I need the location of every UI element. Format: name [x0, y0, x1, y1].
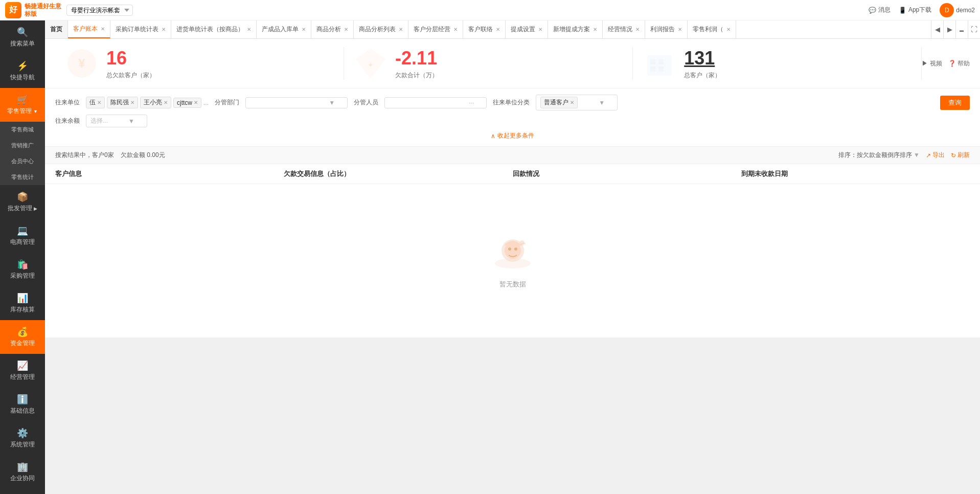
- tab-close-icon[interactable]: ✕: [162, 27, 166, 32]
- tab-close-icon[interactable]: ✕: [538, 27, 542, 32]
- account-select[interactable]: 母婴行业演示帐套: [66, 5, 133, 16]
- svg-rect-4: [647, 55, 672, 76]
- tag-close-cjttcw[interactable]: ✕: [194, 100, 198, 105]
- dropdown-icon: ▼: [599, 99, 605, 106]
- sidebar-item-batch[interactable]: 📦 批发管理 ▶: [0, 185, 45, 219]
- sidebar-item-label: 库存核算: [0, 305, 45, 314]
- sidebar-item-inventory[interactable]: 📊 库存核算: [0, 286, 45, 320]
- search-icon: 🔍: [0, 27, 45, 38]
- main-layout: 🔍 搜索菜单 ⚡ 快捷导航 🛒 零售管理 ▼ 零售商城 营销推广 会: [0, 20, 980, 494]
- chevron-down-icon: ▼: [914, 151, 920, 159]
- base-info-icon: ℹ️: [0, 394, 45, 405]
- sidebar-item-retail-mall[interactable]: 零售商城: [0, 122, 45, 138]
- sidebar-item-retail[interactable]: 🛒 零售管理 ▼: [0, 88, 45, 122]
- tab-label: 客户账本: [73, 25, 98, 33]
- filter-tag-wang: 王小亮 ✕: [140, 97, 171, 108]
- tab-product-analysis[interactable]: 商品分析 ✕: [311, 20, 354, 38]
- help-icon: ❓: [948, 60, 958, 67]
- tab-close-icon[interactable]: ✕: [302, 27, 306, 32]
- tab-close-icon[interactable]: ✕: [247, 27, 251, 32]
- sidebar-item-member[interactable]: 会员中心: [0, 153, 45, 169]
- remainder-select[interactable]: 选择... ▼: [86, 115, 147, 127]
- sidebar-item-new-guide[interactable]: 🎓 新手引导: [0, 489, 45, 494]
- refresh-btn[interactable]: ↻ 刷新: [951, 151, 970, 160]
- sidebar-item-retail-stats[interactable]: 零售统计: [0, 169, 45, 185]
- tag-close-wu[interactable]: ✕: [97, 100, 101, 105]
- stat-value-debt: -2.11: [395, 48, 438, 69]
- sidebar-item-finance[interactable]: 💰 资金管理: [0, 320, 45, 354]
- tab-customer-layer[interactable]: 客户分层经营 ✕: [408, 20, 463, 38]
- content-area: 首页 客户账本 ✕ 采购订单统计表 ✕ 进货单统计表（按商品） ✕: [45, 20, 980, 494]
- tab-close-icon[interactable]: ✕: [453, 27, 458, 32]
- tab-purchase-stats[interactable]: 进货单统计表（按商品） ✕: [171, 20, 257, 38]
- tag-close-chen[interactable]: ✕: [130, 100, 134, 105]
- message-btn[interactable]: 💬 消息: [869, 6, 891, 14]
- sidebar-item-marketing[interactable]: 营销推广: [0, 138, 45, 153]
- tab-minimize-btn[interactable]: 🗕: [955, 20, 968, 39]
- search-btn[interactable]: 查询: [940, 96, 970, 110]
- category-select[interactable]: 普通客户 ✕ ▼: [536, 95, 618, 110]
- department-select[interactable]: ▼: [245, 97, 348, 108]
- category-tag-normal: 普通客户 ✕: [540, 97, 578, 108]
- filter-row-1: 往来单位 伍 ✕ 陈民强 ✕ 王小亮: [55, 95, 970, 110]
- user-area[interactable]: D demo2: [940, 3, 975, 17]
- tab-cost-storage[interactable]: 产成品入库单 ✕: [257, 20, 311, 38]
- tab-close-icon[interactable]: ✕: [496, 27, 500, 32]
- filter-more-btn[interactable]: ...: [203, 99, 209, 106]
- batch-icon: 📦: [0, 191, 45, 203]
- collapse-btn[interactable]: ∧ 收起更多条件: [491, 131, 534, 140]
- sidebar-item-ecommerce[interactable]: 💻 电商管理: [0, 219, 45, 253]
- tab-label: 提成设置: [511, 25, 535, 34]
- tab-close-icon[interactable]: ✕: [593, 27, 597, 32]
- tab-new-boost[interactable]: 新增提成方案 ✕: [548, 20, 603, 38]
- ecommerce-icon: 💻: [0, 225, 45, 236]
- tab-profit-report[interactable]: 利润报告 ✕: [645, 20, 688, 38]
- tab-prev-btn[interactable]: ◀: [931, 20, 943, 39]
- diamond-icon: ✦: [354, 47, 387, 80]
- sidebar-item-purchase[interactable]: 🛍️ 采购管理: [0, 253, 45, 286]
- sidebar-item-quick-nav[interactable]: ⚡ 快捷导航: [0, 54, 45, 88]
- enterprise-icon: 🏢: [0, 461, 45, 473]
- tab-close-icon[interactable]: ✕: [678, 27, 682, 32]
- sidebar-item-search[interactable]: 🔍 搜索菜单: [0, 20, 45, 54]
- download-btn[interactable]: 📱 App下载: [899, 6, 931, 14]
- person-select[interactable]: ···: [384, 97, 487, 108]
- tab-close-icon[interactable]: ✕: [399, 27, 403, 32]
- page-content: ¥ 16 总欠款客户（家） ✦: [45, 39, 980, 494]
- export-btn[interactable]: ↗ 导出: [926, 151, 945, 160]
- tab-close-icon[interactable]: ✕: [344, 27, 348, 32]
- minimize-icon: 🗕: [959, 26, 965, 33]
- sidebar-item-label: 零售管理: [7, 107, 32, 116]
- sidebar-item-label: 批发管理: [8, 204, 32, 213]
- sidebar-item-enterprise[interactable]: 🏢 企业协同: [0, 455, 45, 489]
- unit-tags: 伍 ✕ 陈民强 ✕ 王小亮 ✕: [86, 97, 209, 108]
- sidebar-item-system[interactable]: ⚙️ 系统管理: [0, 421, 45, 455]
- tab-next-btn[interactable]: ▶: [943, 20, 955, 39]
- svg-text:¥: ¥: [78, 56, 85, 70]
- tag-close-wang[interactable]: ✕: [164, 100, 168, 105]
- export-icon: ↗: [926, 152, 931, 159]
- sidebar-item-label: 采购管理: [0, 272, 45, 280]
- tab-accounts[interactable]: 客户账本 ✕: [68, 20, 110, 38]
- tab-customer-contact[interactable]: 客户联络 ✕: [463, 20, 506, 38]
- stat-label-total: 总客户（家）: [684, 71, 721, 80]
- help-link[interactable]: ❓ 帮助: [948, 59, 970, 68]
- tab-home[interactable]: 首页: [45, 20, 68, 38]
- svg-point-13: [514, 248, 517, 251]
- tag-close-normal[interactable]: ✕: [570, 100, 574, 105]
- sidebar-item-business[interactable]: 📈 经营管理: [0, 354, 45, 388]
- tab-expand-btn[interactable]: ⛶: [968, 20, 980, 39]
- sort-label[interactable]: 排序：按欠款金额倒序排序 ▼: [838, 151, 920, 160]
- tab-close-icon[interactable]: ✕: [726, 27, 731, 32]
- tab-close-icon[interactable]: ✕: [635, 27, 640, 32]
- sidebar-item-base-info[interactable]: ℹ️ 基础信息: [0, 388, 45, 421]
- tab-business-status[interactable]: 经营情况 ✕: [603, 20, 645, 38]
- table-body: 暂无数据: [45, 184, 980, 338]
- tab-close-icon[interactable]: ✕: [101, 26, 105, 32]
- tab-boost-settings[interactable]: 提成设置 ✕: [506, 20, 548, 38]
- tab-purchase-order[interactable]: 采购订单统计表 ✕: [110, 20, 171, 38]
- video-link[interactable]: ▶ 视频: [922, 59, 942, 68]
- col-debt-transaction: 欠款交易信息（占比）: [284, 169, 512, 178]
- tab-retail-profit[interactable]: 零售利润（ ✕: [688, 20, 736, 38]
- tab-product-analysis-list[interactable]: 商品分析列表 ✕: [354, 20, 408, 38]
